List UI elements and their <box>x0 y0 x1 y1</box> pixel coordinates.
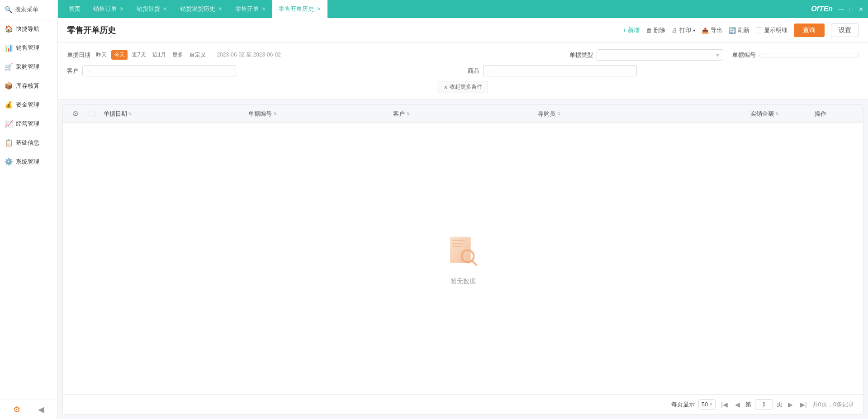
product-label: 商品 <box>468 67 479 75</box>
shortcut-7days[interactable]: 近7天 <box>130 50 148 60</box>
date-shortcuts: 昨天 今天 近7天 近1月 更多 自定义 <box>94 50 208 60</box>
th-date-label: 单据日期 <box>104 110 127 118</box>
chevron-up-icon: ∧ <box>444 84 448 90</box>
page-size-select[interactable]: 50 ▾ <box>698 399 716 410</box>
table-settings-btn[interactable]: ⚙ <box>67 109 84 118</box>
sidebar-settings-btn[interactable]: ⚙ <box>13 405 20 414</box>
page-first-btn[interactable]: |◀ <box>719 400 730 409</box>
docno-input[interactable] <box>759 53 859 57</box>
sidebar-item-label: 销售管理 <box>16 44 39 52</box>
shortcut-more[interactable]: 更多 <box>171 50 185 60</box>
shortcut-custom[interactable]: 自定义 <box>188 50 208 60</box>
delete-label: 删除 <box>654 26 665 34</box>
page-suffix: 页 <box>777 400 783 409</box>
tab-retail-open-close[interactable]: ✕ <box>261 6 266 12</box>
top-nav: 首页 销售订单 ✕ 销货退货 ✕ 销货退货历史 ✕ 零售开单 ✕ 零售开单历史 … <box>58 0 868 18</box>
page-prev-btn[interactable]: ◀ <box>733 400 742 409</box>
tab-retail-open-label: 零售开单 <box>235 5 259 13</box>
sort-customer-icon: ⇅ <box>406 111 410 116</box>
page-last-btn[interactable]: ▶| <box>798 400 809 409</box>
refresh-icon: 🔄 <box>729 27 736 34</box>
page-input[interactable] <box>755 399 773 410</box>
query-button[interactable]: 查询 <box>794 24 825 37</box>
refresh-button[interactable]: 🔄 刷新 <box>729 26 749 34</box>
th-customer[interactable]: 客户 ⇅ <box>389 110 534 118</box>
checkbox-display[interactable] <box>756 27 762 33</box>
delete-button[interactable]: 🗑 删除 <box>646 26 665 34</box>
print-chevron-icon: ▾ <box>693 28 695 33</box>
tab-sales-return-history-close[interactable]: ✕ <box>218 6 223 12</box>
window-close-btn[interactable]: ✕ <box>859 6 863 13</box>
doctype-select[interactable]: ▾ <box>597 49 723 61</box>
sidebar-item-label: 采购管理 <box>16 63 39 71</box>
sidebar-item-label: 资金管理 <box>16 101 39 109</box>
money-icon: 💰 <box>5 101 13 109</box>
sidebar-item-label: 系统管理 <box>16 158 39 166</box>
svg-rect-3 <box>452 246 461 247</box>
table-checkbox-all[interactable] <box>84 111 100 117</box>
nav-tabs: 首页 销售订单 ✕ 销货退货 ✕ 销货退货历史 ✕ 零售开单 ✕ 零售开单历史 … <box>62 0 327 18</box>
filter-docno-item: 单据编号 <box>732 51 859 59</box>
setting-button[interactable]: 设置 <box>831 24 859 37</box>
tab-retail-history-close[interactable]: ✕ <box>317 6 321 12</box>
sidebar-item-system-mgmt[interactable]: ⚙️ 系统管理 <box>0 152 57 171</box>
tab-sales-order[interactable]: 销售订单 ✕ <box>87 0 130 18</box>
export-button[interactable]: 📤 导出 <box>702 26 722 34</box>
add-button[interactable]: + 新增 <box>623 26 640 34</box>
tab-retail-history[interactable]: 零售开单历史 ✕ <box>272 0 327 18</box>
shortcut-1month[interactable]: 近1月 <box>151 50 168 60</box>
checkbox-all[interactable] <box>89 111 95 117</box>
sidebar-item-basic-info[interactable]: 📋 基础信息 <box>0 133 57 152</box>
sidebar-collapse-btn[interactable]: ◀ <box>38 405 44 414</box>
tab-retail-open[interactable]: 零售开单 ✕ <box>229 0 272 18</box>
tab-sales-return[interactable]: 销货退货 ✕ <box>130 0 174 18</box>
shortcut-today[interactable]: 今天 <box>111 50 128 60</box>
page-header: 零售开单历史 + 新增 🗑 删除 🖨 打印 ▾ 📤 导出 🔄 <box>58 18 868 43</box>
tab-sales-order-close[interactable]: ✕ <box>119 6 124 12</box>
sidebar-search[interactable]: 🔍 搜索采单 <box>0 0 57 19</box>
page-size-value: 50 <box>702 401 708 408</box>
display-detail-label: 显示明细 <box>764 26 787 34</box>
th-ops: 操作 <box>783 110 859 118</box>
page-title: 零售开单历史 <box>67 25 116 36</box>
tab-home[interactable]: 首页 <box>62 0 87 18</box>
table-area: ⚙ 单据日期 ⇅ 单据编号 ⇅ 客户 ⇅ 导购员 ⇅ <box>62 104 863 414</box>
sidebar-item-sales-mgmt[interactable]: 📊 销售管理 <box>0 38 57 57</box>
product-placeholder: ··· <box>487 67 492 74</box>
th-no[interactable]: 单据编号 ⇅ <box>245 110 389 118</box>
window-min-btn[interactable]: — <box>838 6 844 13</box>
window-max-btn[interactable]: □ <box>849 6 853 13</box>
doc-icon: 📋 <box>5 139 13 147</box>
th-salesperson[interactable]: 导购员 ⇅ <box>534 110 679 118</box>
sidebar-item-purchase-mgmt[interactable]: 🛒 采购管理 <box>0 57 57 76</box>
display-detail-toggle[interactable]: 显示明细 <box>756 26 787 34</box>
table-body: 暂无数据 <box>63 123 863 394</box>
filter-customer-item: 客户 ··· <box>67 65 236 76</box>
product-input[interactable]: ··· <box>483 65 637 76</box>
customer-input[interactable]: ··· <box>82 65 236 76</box>
svg-rect-1 <box>452 240 465 241</box>
customer-placeholder: ··· <box>86 67 91 74</box>
print-button[interactable]: 🖨 打印 ▾ <box>672 26 695 34</box>
sidebar-item-label: 基础信息 <box>16 139 39 147</box>
th-date[interactable]: 单据日期 ⇅ <box>100 110 245 118</box>
sidebar: 🔍 搜索采单 🏠 快捷导航 📊 销售管理 🛒 采购管理 📦 库存核算 💰 资金管… <box>0 0 58 419</box>
collapse-button[interactable]: ∧ 收起更多条件 <box>438 81 488 93</box>
box-icon: 📦 <box>5 82 13 90</box>
filter-date-item: 单据日期 昨天 今天 近7天 近1月 更多 自定义 <box>67 50 208 60</box>
filter-doctype-item: 单据类型 ▾ <box>569 49 723 61</box>
sidebar-item-finance-mgmt[interactable]: 💰 资金管理 <box>0 95 57 114</box>
home-icon: 🏠 <box>5 25 13 33</box>
print-icon: 🖨 <box>672 27 678 34</box>
shortcut-yesterday[interactable]: 昨天 <box>94 50 109 60</box>
page-next-btn[interactable]: ▶ <box>786 400 795 409</box>
sidebar-item-quick-nav[interactable]: 🏠 快捷导航 <box>0 19 57 38</box>
tab-sales-return-close[interactable]: ✕ <box>163 6 167 12</box>
th-amount[interactable]: 实销金额 ⇅ <box>679 110 783 118</box>
table-header: ⚙ 单据日期 ⇅ 单据编号 ⇅ 客户 ⇅ 导购员 ⇅ <box>63 105 863 123</box>
tab-sales-return-history-label: 销货退货历史 <box>180 5 215 13</box>
sidebar-item-inventory[interactable]: 📦 库存核算 <box>0 76 57 95</box>
tab-sales-return-history[interactable]: 销货退货历史 ✕ <box>174 0 229 18</box>
filter-row-2: 客户 ··· 商品 ··· <box>67 65 859 76</box>
sidebar-item-operations-mgmt[interactable]: 📈 经营管理 <box>0 114 57 133</box>
